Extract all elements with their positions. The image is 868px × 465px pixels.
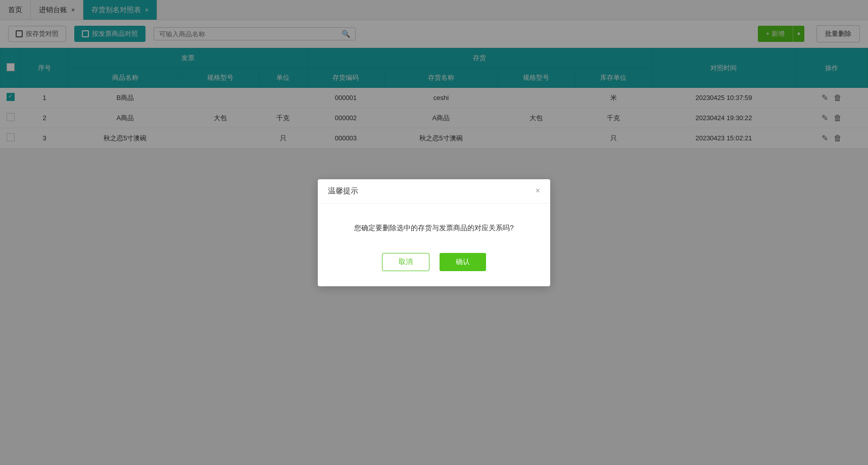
overlay: 温馨提示 × 您确定要删除选中的存货与发票商品的对应关系吗? 取消 确认 [0,0,868,465]
modal-body: 您确定要删除选中的存货与发票商品的对应关系吗? [318,203,550,243]
modal-title: 温馨提示 [328,186,358,196]
modal-dialog: 温馨提示 × 您确定要删除选中的存货与发票商品的对应关系吗? 取消 确认 [318,179,550,286]
modal-cancel-button[interactable]: 取消 [382,253,429,271]
modal-close-button[interactable]: × [536,187,540,195]
modal-message: 您确定要删除选中的存货与发票商品的对应关系吗? [333,224,535,233]
modal-header: 温馨提示 × [318,179,550,203]
modal-confirm-button[interactable]: 确认 [440,253,486,271]
modal-footer: 取消 确认 [318,243,550,286]
